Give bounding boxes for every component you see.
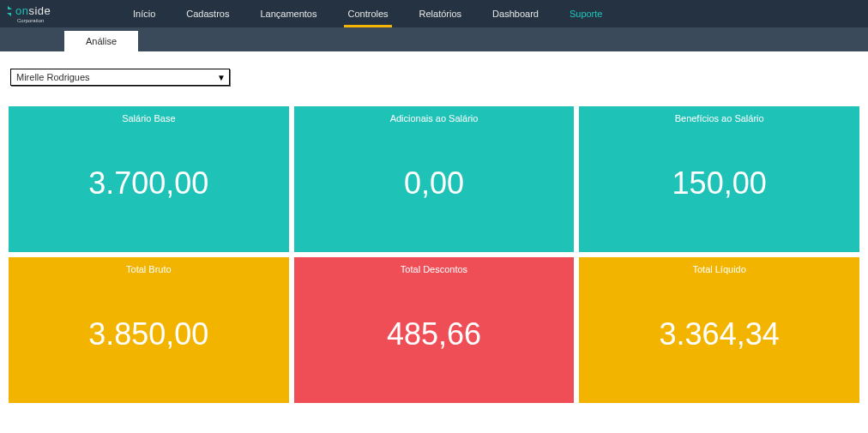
brand-glyph-icon	[5, 5, 14, 17]
tab-analise[interactable]: Análise	[64, 31, 138, 51]
brand-side: side	[28, 4, 51, 17]
brand-on: on	[15, 4, 28, 17]
tile-beneficios: Benefícios ao Salário 150,00	[579, 106, 859, 252]
nav-dashboard[interactable]: Dashboard	[492, 0, 539, 27]
filter-row: Mirelle Rodrigues ▼	[0, 51, 868, 103]
nav-cadastros[interactable]: Cadastros	[186, 0, 229, 27]
sub-navbar: Análise	[0, 27, 868, 51]
tile-salario-base: Salário Base 3.700,00	[9, 106, 289, 252]
main-nav: Início Cadastros Lançamentos Controles R…	[133, 0, 602, 27]
employee-dropdown[interactable]: Mirelle Rodrigues ▼	[10, 69, 230, 86]
chevron-down-icon: ▼	[217, 73, 226, 82]
tile-value: 0,00	[294, 115, 575, 252]
tile-total-bruto: Total Bruto 3.850,00	[9, 257, 289, 403]
tile-value: 3.850,00	[9, 266, 289, 403]
nav-relatorios[interactable]: Relatórios	[419, 0, 462, 27]
tile-adicionais: Adicionais ao Salário 0,00	[294, 106, 575, 252]
brand-block: onside Corporation	[0, 5, 64, 23]
tile-value: 3.364,34	[579, 266, 859, 403]
nav-controles[interactable]: Controles	[347, 0, 388, 27]
tiles-grid: Salário Base 3.700,00 Adicionais ao Salá…	[0, 103, 868, 412]
tile-value: 485,66	[294, 266, 575, 403]
nav-inicio[interactable]: Início	[133, 0, 155, 27]
tile-total-descontos: Total Descontos 485,66	[294, 257, 575, 403]
nav-suporte[interactable]: Suporte	[570, 0, 603, 27]
tile-value: 3.700,00	[9, 115, 289, 252]
employee-dropdown-value: Mirelle Rodrigues	[16, 72, 90, 82]
brand-logo: onside	[5, 5, 64, 17]
brand-subtitle: Corporation	[17, 18, 64, 23]
top-navbar: onside Corporation Início Cadastros Lanç…	[0, 0, 868, 27]
tile-value: 150,00	[579, 115, 859, 252]
nav-lancamentos[interactable]: Lançamentos	[260, 0, 316, 27]
tile-total-liquido: Total Líquido 3.364,34	[579, 257, 859, 403]
